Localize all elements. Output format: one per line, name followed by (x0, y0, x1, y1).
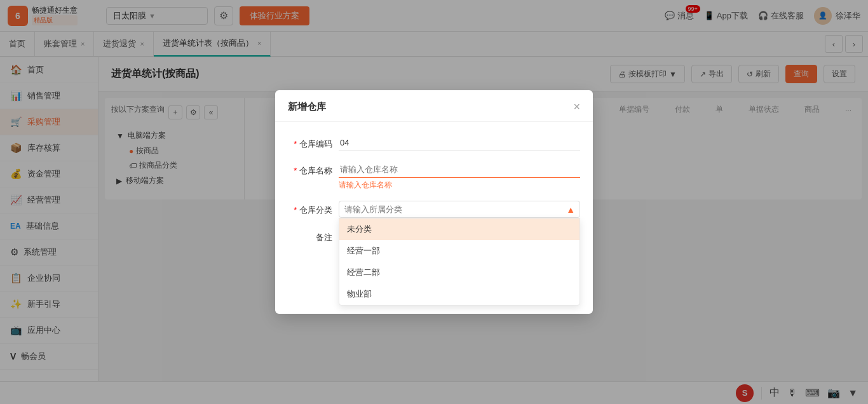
dropdown-item-ops1[interactable]: 经营一部 (339, 240, 580, 262)
dropdown-item-property[interactable]: 物业部 (339, 283, 580, 305)
name-input[interactable] (339, 161, 580, 178)
modal-close-button[interactable]: × (573, 100, 580, 114)
category-dropdown: 未分类 经营一部 经营二部 物业部 (339, 218, 580, 306)
name-label: * 仓库名称 (288, 161, 339, 177)
category-arrow-icon[interactable]: ▲ (566, 205, 575, 215)
modal-body: * 仓库编码 * 仓库名称 请输入仓库名称 (275, 122, 593, 273)
code-input[interactable] (339, 135, 580, 151)
name-error-msg: 请输入仓库名称 (339, 180, 580, 191)
code-field (339, 135, 580, 151)
form-row-code: * 仓库编码 (288, 135, 580, 151)
category-input[interactable] (339, 201, 580, 218)
modal-overlay: 新增仓库 × * 仓库编码 * 仓库名称 (0, 0, 868, 404)
modal-title: 新增仓库 (288, 101, 326, 113)
dropdown-item-ops2[interactable]: 经营二部 (339, 262, 580, 283)
category-field: ▲ 未分类 经营一部 经营二部 物业部 (339, 201, 580, 218)
category-label: * 仓库分类 (288, 201, 339, 216)
note-label: 备注 (288, 228, 339, 243)
form-row-category: * 仓库分类 ▲ 未分类 经营一部 经营二部 物业部 (288, 201, 580, 218)
add-warehouse-modal: 新增仓库 × * 仓库编码 * 仓库名称 (275, 90, 593, 314)
name-field: 请输入仓库名称 (339, 161, 580, 191)
form-row-name: * 仓库名称 请输入仓库名称 (288, 161, 580, 191)
code-label: * 仓库编码 (288, 135, 339, 150)
modal-header: 新增仓库 × (275, 90, 593, 122)
dropdown-item-uncategorized[interactable]: 未分类 (339, 219, 580, 240)
